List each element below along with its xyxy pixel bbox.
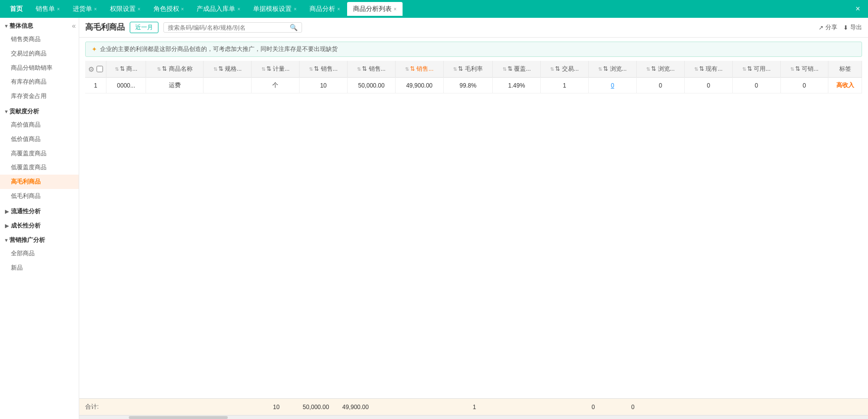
- sidebar-group-overall[interactable]: ▾ 整体信息: [0, 18, 79, 32]
- footer-current-stock: 0: [573, 404, 613, 411]
- tab-product-in-close[interactable]: ×: [237, 6, 240, 12]
- cell-sales-qty: 10: [300, 78, 348, 93]
- search-icon[interactable]: 🔍: [290, 24, 298, 31]
- cell-name: 运费: [146, 78, 204, 93]
- tab-goods-analysis-list-label: 商品分析列表: [353, 4, 392, 13]
- search-box: 🔍: [163, 22, 302, 33]
- th-current-stock[interactable]: ⇅ 现有...: [684, 61, 732, 78]
- sidebar-group-flow[interactable]: ▶ 流通性分析: [0, 203, 79, 218]
- footer-cells: 10 50,000.00 49,900.00 1 0 0: [115, 404, 653, 411]
- sidebar-group-flow-label: 流通性分析: [11, 207, 41, 216]
- close-all-button[interactable]: ×: [852, 4, 864, 13]
- tab-sales[interactable]: 销售单 ×: [30, 2, 66, 16]
- th-name[interactable]: ⇅ 商品名称: [146, 61, 204, 78]
- scrollbar-thumb[interactable]: [129, 416, 228, 419]
- sidebar-group-growth-label: 成长性分析: [11, 222, 41, 230]
- tab-sales-close[interactable]: ×: [57, 6, 60, 12]
- sidebar-item-new-goods[interactable]: 新品: [0, 261, 79, 275]
- tab-permission-label: 权限设置: [110, 4, 136, 13]
- tab-sales-label: 销售单: [36, 4, 55, 13]
- sidebar-item-high-coverage[interactable]: 高覆盖度商品: [0, 146, 79, 161]
- sidebar-group-contribution-label: 贡献度分析: [9, 107, 39, 116]
- th-sales-profit[interactable]: ⇅ 销售...: [395, 61, 443, 78]
- time-filter-button[interactable]: 近一月: [130, 22, 158, 33]
- sidebar-item-traded-goods[interactable]: 交易过的商品: [0, 47, 79, 61]
- cell-coverage: 1.49%: [493, 78, 541, 93]
- share-button[interactable]: ↗ 分享: [818, 23, 837, 32]
- chevron-right-icon: ▶: [5, 209, 9, 214]
- sidebar-group-growth[interactable]: ▶ 成长性分析: [0, 218, 79, 232]
- th-trade-count[interactable]: ⇅ 交易...: [541, 61, 589, 78]
- gear-icon[interactable]: ⚙: [88, 65, 95, 73]
- th-tag: 标签: [828, 61, 862, 78]
- search-input[interactable]: [168, 24, 288, 31]
- footer-sales-qty: 10: [256, 404, 296, 411]
- tab-permission[interactable]: 权限设置 ×: [104, 2, 147, 16]
- footer-trade-count: 1: [455, 404, 494, 411]
- goods-table: ⚙ ⇅ 商... ⇅ 商品名称 ⇅ 规格... ⇅ 计量... ⇅ 销售... …: [85, 61, 862, 93]
- th-view2[interactable]: ⇅ 浏览...: [636, 61, 684, 78]
- th-settings[interactable]: ⚙: [85, 61, 106, 78]
- cell-view1[interactable]: 0: [589, 78, 637, 93]
- tab-role[interactable]: 角色授权 ×: [148, 2, 190, 16]
- tab-goods-analysis-list[interactable]: 商品分析列表 ×: [347, 2, 403, 16]
- info-banner-text: 企业的主要的利润都是这部分商品创造的，可考虑加大推广，同时关注库存是不要出现缺货: [100, 45, 338, 53]
- sidebar-item-dist-rate[interactable]: 商品分销助销率: [0, 61, 79, 75]
- tab-home-label: 首页: [10, 4, 23, 13]
- tab-template-close[interactable]: ×: [294, 6, 297, 12]
- sidebar-item-high-value[interactable]: 高价值商品: [0, 118, 79, 132]
- header-actions: ↗ 分享 ⬇ 导出: [818, 23, 862, 32]
- footer-sales-amount: 50,000.00: [296, 404, 336, 411]
- sidebar-group-contribution[interactable]: ▾ 贡献度分析: [0, 103, 79, 118]
- sidebar-item-all-goods[interactable]: 全部商品: [0, 246, 79, 261]
- horizontal-scrollbar[interactable]: [79, 415, 868, 419]
- sidebar-item-in-stock[interactable]: 有库存的商品: [0, 75, 79, 89]
- content-area: 高毛利商品 近一月 🔍 ↗ 分享 ⬇ 导出 ✦ 企业的主要的利润都是这部分商品创…: [79, 18, 868, 419]
- chevron-down-icon-2: ▾: [5, 109, 7, 114]
- tab-product-in[interactable]: 产成品入库单 ×: [191, 2, 246, 16]
- sidebar-item-high-margin[interactable]: 高毛利商品: [0, 175, 79, 189]
- tab-purchase-close[interactable]: ×: [94, 6, 97, 12]
- sidebar-item-low-coverage[interactable]: 低覆盖度商品: [0, 160, 79, 175]
- th-spec[interactable]: ⇅ 规格...: [204, 61, 252, 78]
- th-sales-qty[interactable]: ⇅ 销售...: [300, 61, 348, 78]
- footer-available-stock: 0: [613, 404, 653, 411]
- content-header: 高毛利商品 近一月 🔍 ↗ 分享 ⬇ 导出: [79, 18, 868, 38]
- tab-purchase[interactable]: 进货单 ×: [67, 2, 103, 16]
- tab-goods-analysis-close[interactable]: ×: [337, 6, 340, 12]
- sidebar-collapse-button[interactable]: «: [72, 22, 76, 30]
- table-container: ⚙ ⇅ 商... ⇅ 商品名称 ⇅ 规格... ⇅ 计量... ⇅ 销售... …: [85, 61, 862, 398]
- table-footer: 合计: 10 50,000.00 49,900.00 1 0 0: [79, 398, 868, 415]
- export-button[interactable]: ⬇ 导出: [843, 23, 862, 32]
- sidebar-item-sales-goods[interactable]: 销售类商品: [0, 32, 79, 47]
- sidebar-group-marketing[interactable]: ▾ 营销推广分析: [0, 232, 79, 246]
- table-row: 1 0000... 运费 个 10 50,000.00 49,900.00 99…: [85, 78, 862, 93]
- tab-home[interactable]: 首页: [4, 2, 29, 16]
- tab-goods-analysis-label: 商品分析: [309, 4, 335, 13]
- cell-unit: 个: [252, 78, 300, 93]
- th-unit[interactable]: ⇅ 计量...: [252, 61, 300, 78]
- tab-role-close[interactable]: ×: [181, 6, 184, 12]
- th-code[interactable]: ⇅ 商...: [106, 61, 146, 78]
- th-view1[interactable]: ⇅ 浏览...: [589, 61, 637, 78]
- tab-template[interactable]: 单据模板设置 ×: [247, 2, 303, 16]
- th-margin-rate[interactable]: ⇅ 毛利率: [443, 61, 493, 78]
- th-coverage[interactable]: ⇅ 覆盖...: [493, 61, 541, 78]
- cell-current-stock: 0: [684, 78, 732, 93]
- export-label: 导出: [850, 23, 862, 32]
- tab-goods-analysis-list-close[interactable]: ×: [394, 6, 397, 12]
- sidebar-group-overall-label: 整体信息: [9, 22, 33, 30]
- main-layout: « ▾ 整体信息 销售类商品 交易过的商品 商品分销助销率 有库存的商品 库存资…: [0, 18, 868, 419]
- tab-role-label: 角色授权: [153, 4, 179, 13]
- sidebar-item-low-value[interactable]: 低价值商品: [0, 132, 79, 146]
- th-sales-amount[interactable]: ⇅ 销售...: [348, 61, 396, 78]
- tab-goods-analysis[interactable]: 商品分析 ×: [304, 2, 346, 16]
- sidebar: « ▾ 整体信息 销售类商品 交易过的商品 商品分销助销率 有库存的商品 库存资…: [0, 18, 79, 419]
- sidebar-item-stock-capital[interactable]: 库存资金占用: [0, 89, 79, 103]
- tab-permission-close[interactable]: ×: [138, 6, 141, 12]
- th-sellable[interactable]: ⇅ 可销...: [780, 61, 828, 78]
- th-available-stock[interactable]: ⇅ 可用...: [732, 61, 780, 78]
- page-title: 高毛利商品: [85, 22, 125, 33]
- select-all-checkbox[interactable]: [97, 66, 103, 72]
- sidebar-item-low-margin[interactable]: 低毛利商品: [0, 189, 79, 203]
